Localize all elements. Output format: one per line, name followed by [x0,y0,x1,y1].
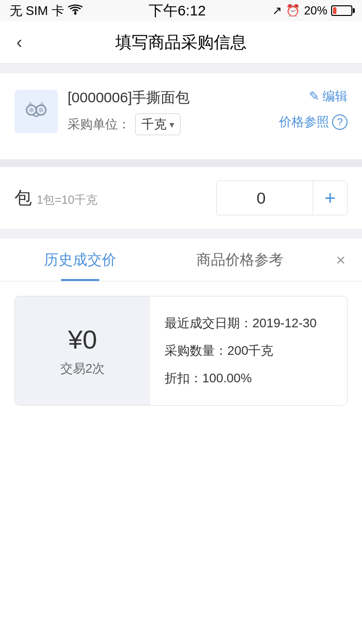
recent-date-value: 2019-12-30 [252,316,317,330]
gray-divider [0,159,362,167]
quantity-input[interactable] [217,181,313,215]
tabs-bar: 历史成交价 商品价格参考 × [0,238,362,281]
recent-date-item: 最近成交日期：2019-12-30 [165,314,333,333]
status-right: ↗ ⏰ 20% [272,4,352,17]
tab1-label: 历史成交价 [44,250,116,270]
tab-content: ¥0 交易2次 最近成交日期：2019-12-30 采购数量：200千克 折扣：… [0,281,362,420]
quantity-input-area: + [216,181,348,215]
recent-date-label: 最近成交日期： [165,316,252,330]
battery-percent: 20% [304,4,327,17]
edit-icon: ✎ [309,89,320,104]
history-price-side: ¥0 交易2次 [15,296,150,405]
unit-value: 千克 [141,116,167,133]
back-arrow-icon: ‹ [16,34,22,51]
history-trades: 交易2次 [60,360,105,377]
product-logo [14,90,58,133]
svg-point-0 [74,12,76,14]
unit-label: 采购单位： [68,116,130,133]
status-time: 下午6:12 [149,1,206,21]
tab-product-price-ref[interactable]: 商品价格参考 [160,238,320,281]
discount-item: 折扣：100.00% [165,369,333,388]
product-name: [0000006]手撕面包 [68,88,190,108]
bottom-white-space [0,420,362,644]
battery-icon [331,5,352,16]
discount-value: 100.00% [202,371,252,385]
tab-active-underline [61,279,99,281]
quantity-label: 包 1包=10千克 [14,186,97,210]
product-card: [0000006]手撕面包 采购单位： 千克 ▾ ✎ 编辑 价格参照 ? [0,73,362,159]
status-bar: 无 SIM 卡 下午6:12 ↗ ⏰ 20% [0,0,362,21]
quantity-sub: 1包=10千克 [37,192,97,208]
tab2-label: 商品价格参考 [196,250,283,270]
history-price: ¥0 [68,324,97,354]
tab-close-button[interactable]: × [320,238,362,281]
unit-dropdown-icon: ▾ [169,119,174,130]
product-right: ✎ 编辑 价格参照 ? [279,88,348,130]
quantity-item-label: 采购数量： [165,343,227,358]
edit-button[interactable]: ✎ 编辑 [309,88,348,105]
wifi-icon [68,3,83,18]
status-left: 无 SIM 卡 [10,2,83,19]
svg-point-4 [39,108,43,112]
quantity-item-value: 200千克 [227,343,273,358]
help-icon: ? [332,114,348,130]
price-ref-button[interactable]: 价格参照 ? [279,113,348,130]
product-unit-row: 采购单位： 千克 ▾ [68,113,190,135]
edit-label: 编辑 [322,88,348,105]
close-icon: × [336,251,346,269]
unit-select[interactable]: 千克 ▾ [135,113,181,135]
carrier-text: 无 SIM 卡 [10,2,64,19]
discount-label: 折扣： [165,371,202,385]
quantity-plus-button[interactable]: + [313,181,347,215]
svg-point-3 [29,108,34,112]
quantity-unit: 包 [14,186,32,210]
location-icon: ↗ [272,4,282,17]
nav-title: 填写商品采购信息 [115,31,247,54]
product-left: [0000006]手撕面包 采购单位： 千克 ▾ [14,88,190,135]
quantity-item: 采购数量：200千克 [165,341,333,360]
alarm-icon: ⏰ [286,4,300,17]
product-info: [0000006]手撕面包 采购单位： 千克 ▾ [68,88,190,135]
quantity-row: 包 1包=10千克 + [0,167,362,229]
product-header: [0000006]手撕面包 采购单位： 千克 ▾ ✎ 编辑 价格参照 ? [14,88,348,135]
tabs-section: 历史成交价 商品价格参考 × ¥0 交易2次 最近成交日期：2019-12-30… [0,238,362,420]
history-card: ¥0 交易2次 最近成交日期：2019-12-30 采购数量：200千克 折扣：… [14,296,348,406]
nav-bar: ‹ 填写商品采购信息 [0,21,362,64]
tab-history-price[interactable]: 历史成交价 [0,238,160,281]
history-detail-side: 最近成交日期：2019-12-30 采购数量：200千克 折扣：100.00% [150,296,347,405]
back-button[interactable]: ‹ [0,21,39,64]
price-ref-label: 价格参照 [279,113,329,130]
